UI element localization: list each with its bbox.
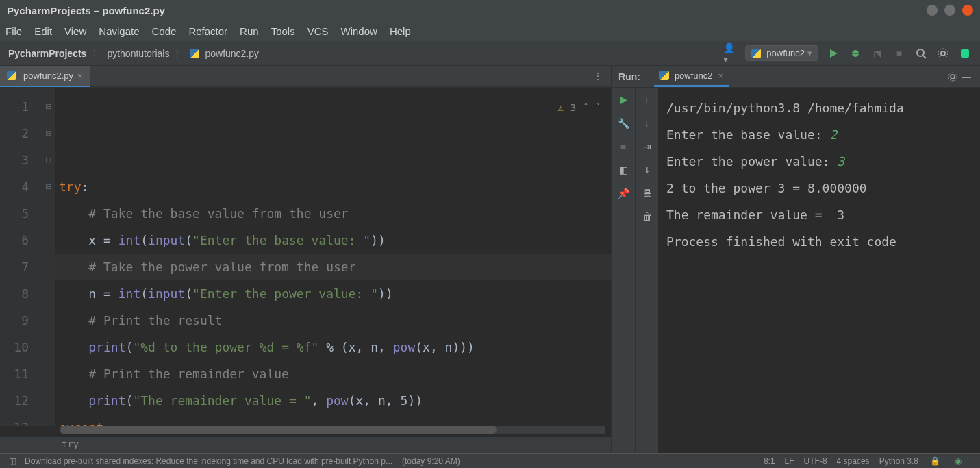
sdk-info[interactable]: Python 3.8: [879, 456, 918, 466]
tool-window-icon[interactable]: ◫: [5, 454, 19, 468]
code-line[interactable]: # Print the remainder value: [55, 360, 611, 387]
run-config-label: powfunc2: [766, 48, 805, 58]
python-icon: [190, 49, 199, 58]
svg-rect-7: [961, 49, 969, 58]
code-line[interactable]: # Take the base value from the user: [55, 200, 611, 227]
console-output[interactable]: /usr/bin/python3.8 /home/fahmidaEnter th…: [658, 88, 980, 453]
warning-icon[interactable]: ⚠: [557, 95, 563, 121]
menu-run[interactable]: Run: [240, 25, 259, 37]
code-line[interactable]: except:: [55, 414, 611, 426]
code-line[interactable]: try:: [55, 173, 611, 200]
svg-marker-0: [830, 49, 838, 58]
scroll-icon[interactable]: ⤓: [640, 163, 654, 177]
menu-code[interactable]: Code: [152, 25, 177, 37]
status-message[interactable]: Download pre-built shared indexes: Reduc…: [25, 456, 392, 466]
run-tab[interactable]: powfunc2 ×: [654, 66, 729, 87]
rerun-icon[interactable]: [616, 93, 630, 107]
menu-vcs[interactable]: VCS: [307, 25, 329, 37]
settings-icon[interactable]: [936, 47, 950, 60]
breadcrumb-folder[interactable]: pythontutorials: [107, 48, 169, 59]
editor-pane: powfunc2.py × ⋮ 12345678910111213 ⊟⊟⊟⊟ ⚠…: [0, 66, 612, 453]
run-tab-label: powfunc2: [675, 71, 713, 81]
run-header: Run: powfunc2 × —: [612, 66, 980, 88]
ide-icon[interactable]: [958, 47, 972, 60]
titlebar: PycharmProjects – powfunc2.py: [0, 0, 980, 21]
editor-body[interactable]: 12345678910111213 ⊟⊟⊟⊟ ⚠ 3 ˆ ˇ try: # Ta…: [0, 88, 611, 426]
window-title: PycharmProjects – powfunc2.py: [7, 5, 165, 16]
line-separator[interactable]: LF: [785, 456, 794, 466]
line-gutter: 12345678910111213: [0, 88, 41, 426]
search-icon[interactable]: [914, 47, 928, 60]
svg-line-4: [923, 56, 926, 58]
warning-count: 3: [570, 95, 576, 121]
menu-view[interactable]: View: [64, 25, 86, 37]
status-time: (today 9:20 AM): [402, 456, 460, 466]
close-tab-icon[interactable]: ×: [77, 71, 83, 81]
run-tool-window: Run: powfunc2 × — 🔧 ■ ◧ 📌 ↑ ↓: [612, 66, 980, 453]
debug-button[interactable]: [849, 47, 862, 60]
svg-marker-10: [620, 97, 627, 104]
layout-icon[interactable]: ◧: [616, 163, 630, 177]
code-line[interactable]: # Print the result: [55, 307, 611, 334]
gear-icon[interactable]: [946, 70, 959, 84]
svg-point-3: [917, 49, 924, 56]
notify-icon[interactable]: ◉: [951, 454, 965, 468]
code-line[interactable]: # Take the power value from the user: [55, 254, 611, 280]
down-icon[interactable]: ↓: [640, 116, 654, 130]
file-encoding[interactable]: UTF-8: [804, 456, 827, 466]
lock-icon[interactable]: 🔒: [928, 454, 942, 468]
stop-icon[interactable]: ■: [616, 140, 630, 153]
breadcrumb: PycharmProjects 〉 pythontutorials 〉 powf…: [8, 47, 259, 60]
svg-point-6: [938, 49, 948, 58]
code-area[interactable]: ⚠ 3 ˆ ˇ try: # Take the base value from …: [55, 88, 611, 426]
caret-position[interactable]: 8:1: [764, 456, 775, 466]
coverage-button[interactable]: ⬔: [870, 47, 884, 60]
users-icon[interactable]: 👤▾: [723, 47, 737, 60]
menu-window[interactable]: Window: [341, 25, 377, 37]
breadcrumb-root[interactable]: PycharmProjects: [8, 48, 86, 59]
trash-icon[interactable]: 🗑: [640, 210, 654, 223]
wrap-icon[interactable]: ⇥: [640, 140, 654, 153]
run-toolbar-right: ↑ ↓ ⇥ ⤓ 🖶 🗑: [635, 88, 658, 453]
fold-gutter[interactable]: ⊟⊟⊟⊟: [41, 88, 55, 426]
python-icon: [751, 49, 761, 58]
breadcrumb-file[interactable]: powfunc2.py: [205, 48, 259, 59]
close-button[interactable]: [962, 5, 973, 16]
minimize-button[interactable]: [927, 5, 938, 16]
code-context: try: [0, 436, 611, 453]
code-line[interactable]: n = int(input("Enter the power value: ")…: [55, 280, 611, 307]
menu-edit[interactable]: Edit: [34, 25, 52, 37]
svg-point-9: [948, 73, 957, 81]
maximize-button[interactable]: [944, 5, 955, 16]
menu-refactor[interactable]: Refactor: [188, 25, 227, 37]
run-toolbar-left: 🔧 ■ ◧ 📌: [612, 88, 635, 453]
run-label: Run:: [618, 71, 640, 82]
menu-navigate[interactable]: Navigate: [99, 25, 139, 37]
hide-icon[interactable]: —: [959, 70, 973, 84]
indent-info[interactable]: 4 spaces: [837, 456, 870, 466]
print-icon[interactable]: 🖶: [640, 186, 654, 200]
editor-tab[interactable]: powfunc2.py ×: [0, 66, 90, 87]
pin-icon[interactable]: 📌: [616, 186, 630, 200]
menu-file[interactable]: File: [5, 25, 22, 37]
run-config-selector[interactable]: powfunc2 ▾: [745, 45, 818, 61]
code-line[interactable]: x = int(input("Enter the base value: ")): [55, 227, 611, 254]
svg-point-8: [951, 75, 955, 79]
tab-label: powfunc2.py: [23, 71, 73, 81]
code-line[interactable]: print("The remainder value = ", pow(x, n…: [55, 387, 611, 414]
wrench-icon[interactable]: 🔧: [616, 116, 630, 130]
stop-button[interactable]: ■: [892, 47, 906, 60]
close-tab-icon[interactable]: ×: [718, 71, 724, 81]
code-line[interactable]: print("%d to the power %d = %f" % (x, n,…: [55, 334, 611, 360]
navbar: PycharmProjects 〉 pythontutorials 〉 powf…: [0, 41, 980, 66]
python-icon: [659, 71, 669, 80]
menubar: FileEditViewNavigateCodeRefactorRunTools…: [0, 21, 980, 41]
menu-tools[interactable]: Tools: [271, 25, 295, 37]
up-icon[interactable]: ↑: [640, 93, 654, 107]
menu-help[interactable]: Help: [390, 25, 411, 37]
run-button[interactable]: [827, 47, 840, 60]
python-icon: [7, 71, 16, 80]
chevron-down-icon[interactable]: ˇ: [596, 95, 601, 121]
chevron-up-icon[interactable]: ˆ: [583, 95, 588, 121]
more-icon[interactable]: ⋮: [592, 69, 605, 83]
